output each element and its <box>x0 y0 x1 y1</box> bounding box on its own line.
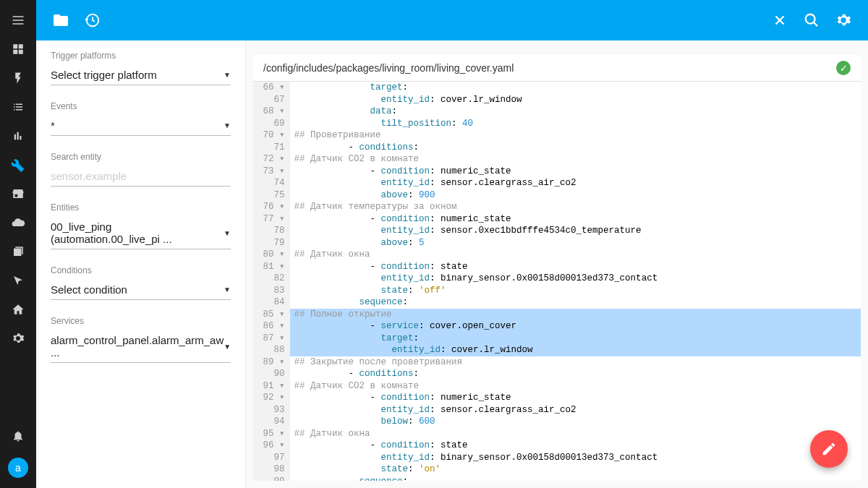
search-entity-label: Search entity <box>51 152 231 162</box>
home-icon[interactable] <box>4 295 33 324</box>
trigger-label: Trigger platforms <box>51 51 231 61</box>
fab-edit-button[interactable] <box>810 430 848 468</box>
conditions-value: Select condition <box>51 283 127 296</box>
svg-rect-1 <box>19 44 23 48</box>
collections-icon[interactable] <box>4 237 33 266</box>
store-icon[interactable] <box>4 179 33 208</box>
services-value: alarm_control_panel.alarm_arm_aw ... <box>51 334 224 359</box>
events-value: * <box>51 119 55 132</box>
topbar <box>36 0 868 40</box>
close-icon[interactable] <box>764 4 796 36</box>
line-gutter: 66 ▾67 68 ▾69 70 ▾71 72 ▾73 ▾74 75 76 ▾7… <box>253 82 289 481</box>
svg-rect-2 <box>13 50 17 54</box>
events-label: Events <box>51 101 231 111</box>
svg-rect-3 <box>19 50 23 54</box>
svg-point-4 <box>806 14 815 24</box>
services-label: Services <box>51 316 231 326</box>
code-content[interactable]: target: entity_id: cover.lr_window data:… <box>290 82 861 481</box>
chevron-down-icon: ▼ <box>224 229 231 237</box>
entities-select[interactable]: 00_live_ping (automation.00_live_pi ...▼ <box>51 217 231 249</box>
svg-rect-0 <box>13 44 17 48</box>
filepath-bar: /config/includes/packages/living_room/li… <box>253 55 861 82</box>
chart-icon[interactable] <box>4 121 33 150</box>
entities-label: Entities <box>51 202 231 213</box>
wrench-icon[interactable] <box>4 150 33 179</box>
chevron-down-icon: ▼ <box>224 286 231 294</box>
search-icon[interactable] <box>796 4 827 36</box>
tools-sidebar: Trigger platforms Select trigger platfor… <box>36 40 246 488</box>
chevron-down-icon: ▼ <box>224 71 231 79</box>
conditions-label: Conditions <box>51 265 231 275</box>
pointer-icon[interactable] <box>4 266 33 295</box>
chevron-down-icon: ▼ <box>224 121 231 129</box>
filepath: /config/includes/packages/living_room/li… <box>263 62 836 74</box>
trigger-select[interactable]: Select trigger platform▼ <box>51 65 231 85</box>
cloud-icon[interactable] <box>4 208 33 237</box>
folder-icon[interactable] <box>45 4 77 36</box>
valid-check-icon: ✓ <box>836 61 851 75</box>
conditions-select[interactable]: Select condition▼ <box>51 280 231 300</box>
entities-value: 00_live_ping (automation.00_live_pi ... <box>51 221 224 245</box>
chevron-down-icon: ▼ <box>224 343 231 351</box>
history-icon[interactable] <box>77 4 109 36</box>
trigger-value: Select trigger platform <box>51 69 157 81</box>
editor-area: /config/includes/packages/living_room/li… <box>246 40 868 488</box>
nav-rail: a <box>0 0 36 488</box>
bell-icon[interactable] <box>4 421 33 450</box>
services-select[interactable]: alarm_control_panel.alarm_arm_aw ...▼ <box>51 330 231 363</box>
list-icon[interactable] <box>4 93 33 121</box>
flash-icon[interactable] <box>4 64 33 93</box>
menu-icon[interactable] <box>4 6 33 35</box>
search-entity-input[interactable] <box>51 166 231 187</box>
code-editor[interactable]: 66 ▾67 68 ▾69 70 ▾71 72 ▾73 ▾74 75 76 ▾7… <box>253 82 861 481</box>
dashboard-icon[interactable] <box>4 35 33 64</box>
topbar-settings-icon[interactable] <box>827 4 859 36</box>
events-select[interactable]: *▼ <box>51 116 231 136</box>
settings-icon[interactable] <box>4 324 33 353</box>
avatar[interactable]: a <box>8 458 28 478</box>
